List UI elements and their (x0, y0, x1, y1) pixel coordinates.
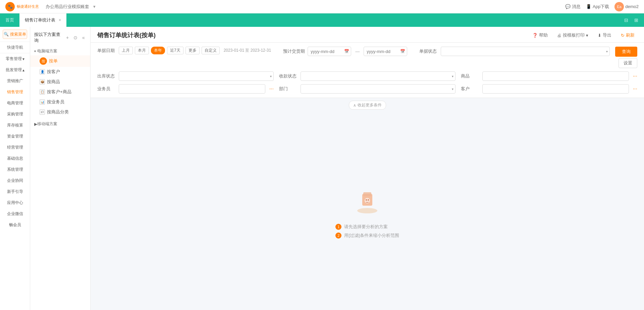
search-menu-btn[interactable]: 🔍 搜索菜单 (3, 30, 27, 39)
expected-date-start-wrapper: 📅 (308, 47, 351, 56)
message-btn[interactable]: 💬 消息 (565, 4, 581, 10)
customer-dots[interactable]: ··· (633, 86, 637, 92)
left-panel-actions: + ⊙ « (64, 34, 87, 41)
logo-icon: 🐾 (5, 2, 15, 11)
sidebar-item-inventory[interactable]: 库存核算 (0, 120, 30, 131)
current-year-btn[interactable]: 本年 (151, 47, 165, 54)
expected-date-end-input[interactable] (364, 47, 407, 56)
section-arrow-icon: ▾ (34, 49, 36, 53)
goods-input[interactable] (482, 71, 629, 81)
sidebar-item-sales[interactable]: 销售管理 (0, 87, 30, 98)
customer-input[interactable] (482, 84, 629, 94)
panel-add-btn[interactable]: + (64, 34, 71, 41)
scheme-item-by-goods[interactable]: 📦 按商品 (30, 77, 90, 87)
salesperson-dots[interactable]: ··· (269, 86, 274, 92)
sidebar-item-purchase-label: 采购管理 (7, 111, 23, 117)
tab-minimize-btn[interactable]: ⊟ (623, 16, 630, 24)
sidebar-item-wxwork[interactable]: 企业微信 (0, 208, 30, 219)
customer-wrapper (482, 84, 629, 94)
goods-dots[interactable]: ··· (633, 73, 637, 79)
department-cell: 部门 ▾ (279, 84, 455, 94)
panel-refresh-btn[interactable]: ⊙ (72, 34, 79, 41)
more-date-btn[interactable]: 更多 (185, 47, 200, 54)
app-download-btn[interactable]: 📱 App下载 (586, 4, 609, 10)
hint-num-1: 1 (335, 224, 341, 230)
left-panel-header: 按以下方案查询 + ⊙ « (30, 30, 90, 46)
tab-active[interactable]: 销售订单统计表 × (19, 13, 66, 27)
sidebar-item-retail[interactable]: 零售管理 ▾ (0, 53, 30, 64)
sidebar-item-member[interactable]: 畅会员 (0, 219, 30, 230)
date-separator: — (354, 49, 361, 54)
sidebar-item-business[interactable]: 经营管理 (0, 142, 30, 153)
scheme-label-cg: 按客户+商品 (47, 89, 71, 95)
tab-maximize-btn[interactable]: ⊞ (633, 16, 640, 24)
export-btn[interactable]: ⬇ 导出 (595, 31, 614, 40)
scheme-label-goods: 按商品 (47, 79, 60, 85)
salesperson-input[interactable] (119, 84, 265, 94)
help-btn[interactable]: ❓ 帮助 (530, 31, 550, 40)
sidebar-item-corp[interactable]: 企业协同 (0, 175, 30, 186)
svg-point-4 (366, 199, 367, 201)
sidebar-item-finance[interactable]: 资金管理 (0, 131, 30, 142)
page-actions: ❓ 帮助 🖨 按模板打印 ▾ ⬇ 导出 ↻ 刷新 (530, 31, 637, 40)
search-icon: 🔍 (4, 32, 9, 37)
mobile-arrow-icon: ▶ (34, 122, 37, 126)
top-bar-left: 🐾 畅捷通好生意 办公用品行业模拟账套 ▾ (5, 2, 96, 11)
help-icon: ❓ (532, 33, 538, 38)
panel-collapse-btn[interactable]: « (80, 34, 87, 41)
sidebar-item-newbie[interactable]: 新手引导 (0, 186, 30, 197)
empty-hint-1: 1 请先选择要分析的方案 (335, 224, 399, 230)
expected-date-start-input[interactable] (308, 47, 351, 56)
user-area[interactable]: Ea demo2 (614, 2, 639, 11)
shipping-status-select[interactable] (119, 71, 274, 81)
last-month-btn[interactable]: 上月 (119, 47, 133, 54)
sidebar-item-wholesale-arrow: ▴ (22, 68, 24, 72)
scheme-item-by-customer[interactable]: 👤 按客户 (30, 67, 90, 77)
settings-btn[interactable]: 设置 (619, 58, 637, 68)
query-btn[interactable]: 查询 (615, 47, 637, 57)
salesperson-cell: 业务员 ··· (97, 84, 274, 94)
collapse-bar: ∧ 收起更多条件 (91, 98, 644, 112)
sidebar-item-ecommerce[interactable]: 电商管理 (0, 98, 30, 109)
search-menu-label: 搜索菜单 (10, 32, 26, 37)
template-arrow-icon: ▾ (586, 33, 588, 38)
scheme-item-by-category[interactable]: 🏷 按商品分类 (30, 107, 90, 117)
bill-status-select[interactable] (441, 47, 610, 56)
sidebar-item-purchase[interactable]: 采购管理 (0, 109, 30, 120)
user-name: demo2 (625, 4, 639, 9)
shipping-status-wrapper: ▾ (119, 71, 274, 81)
refresh-icon: ⊙ (73, 35, 77, 40)
hint-text-1: 请先选择要分析的方案 (344, 224, 388, 230)
collapse-conditions-btn[interactable]: ∧ 收起更多条件 (349, 101, 386, 110)
sidebar-item-marketing[interactable]: 营销推广 (0, 75, 30, 87)
tab-home[interactable]: 首页 (0, 13, 19, 27)
department-select[interactable] (301, 84, 455, 94)
sidebar-quick-nav[interactable]: 快捷导航 (0, 42, 30, 53)
top-bar-right: 💬 消息 📱 App下载 Ea demo2 (565, 2, 639, 11)
scheme-item-by-order[interactable]: 按 按单 (30, 55, 90, 67)
quick-nav-label: 快捷导航 (7, 45, 23, 50)
scheme-item-by-salesperson[interactable]: 📊 按业务员 (30, 97, 90, 107)
this-month-btn[interactable]: 本月 (135, 47, 149, 54)
collection-status-select[interactable] (301, 71, 455, 81)
template-print-btn[interactable]: 🖨 按模板打印 ▾ (554, 31, 591, 40)
scheme-icon-cg: 📋 (40, 89, 45, 95)
sidebar-item-marketing-label: 营销推广 (7, 78, 23, 84)
tab-close-btn[interactable]: × (59, 18, 61, 22)
system-title: 办公用品行业模拟账套 (46, 4, 89, 10)
sidebar-item-wholesale[interactable]: 批发管理 ▴ (0, 64, 30, 75)
refresh-label: 刷新 (626, 32, 635, 38)
scheme-section-pc-header[interactable]: ▾ 电脑端方案 (30, 47, 90, 55)
scheme-section-mobile-header[interactable]: ▶ 移动端方案 (30, 120, 90, 128)
refresh-btn[interactable]: ↻ 刷新 (618, 31, 637, 40)
app-icon: 📱 (586, 4, 591, 9)
customer-label: 客户 (461, 86, 480, 92)
scheme-item-by-customer-goods[interactable]: 📋 按客户+商品 (30, 87, 90, 97)
custom-date-btn[interactable]: 自定义 (202, 47, 220, 54)
last7days-btn[interactable]: 近7天 (167, 47, 183, 54)
sidebar-item-basic[interactable]: 基础信息 (0, 153, 30, 164)
sidebar-item-finance-label: 资金管理 (7, 134, 23, 139)
sidebar-item-appstore[interactable]: 应用中心 (0, 197, 30, 208)
app-label: App下载 (593, 4, 609, 10)
sidebar-item-system[interactable]: 系统管理 (0, 164, 30, 175)
